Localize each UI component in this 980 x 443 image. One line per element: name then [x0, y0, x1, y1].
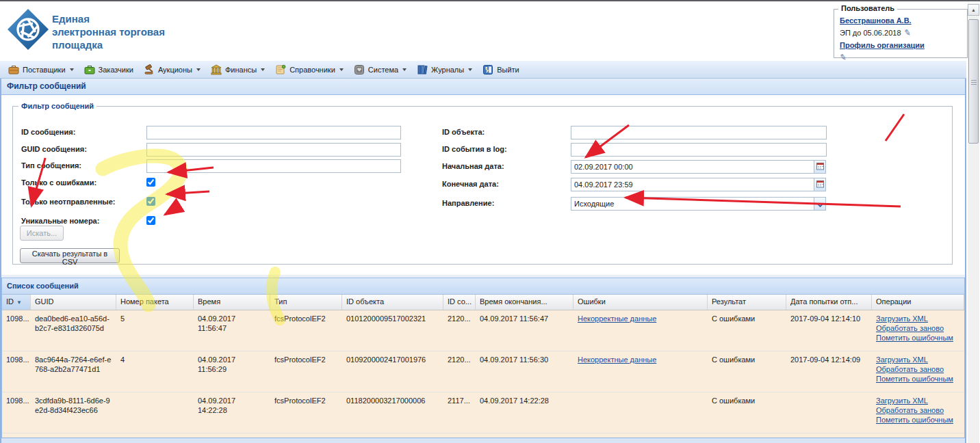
download-csv-button[interactable]: Скачать результаты в CSV	[20, 248, 120, 263]
filter-input-2[interactable]	[146, 159, 401, 173]
user-name-link[interactable]: Бесстрашнова А.В.	[840, 16, 912, 26]
menu-item-journals[interactable]: Журналы	[413, 62, 478, 77]
caret-down-icon	[196, 68, 201, 71]
menu-item-suppliers[interactable]: Поставщики	[4, 62, 80, 77]
briefcase-orange-icon	[8, 64, 19, 75]
bottom-strip	[1, 438, 965, 443]
field-label: ID сообщения:	[21, 128, 75, 136]
etp-logo-icon	[7, 8, 49, 51]
cell-package_number: 4	[116, 351, 194, 392]
menu-item-auctions[interactable]: Аукционы	[140, 62, 207, 77]
filter-input-right-4[interactable]	[571, 197, 814, 211]
menu-item-system[interactable]: Система	[350, 62, 413, 77]
column-header-6[interactable]: ID со...	[443, 295, 476, 310]
caret-down-icon	[261, 68, 265, 71]
org-profile-link[interactable]: Профиль организации	[840, 40, 925, 51]
column-header-4[interactable]: Тип	[270, 295, 342, 310]
cell-operations: Загрузить XMLОбработать зановоПометить о…	[872, 351, 964, 392]
field-label: ID объекта:	[442, 128, 485, 136]
operation-link[interactable]: Пометить ошибочным	[876, 374, 960, 384]
brand-title: Единая электронная торговая площадка	[52, 12, 165, 51]
column-header-11[interactable]: Операции	[872, 295, 964, 310]
column-header-7[interactable]: Время окончания...	[476, 295, 573, 310]
column-header-2[interactable]: Номер пакета	[116, 295, 194, 310]
cell-object_id: 0109200002417001976	[342, 351, 443, 392]
user-panel-legend: Пользователь	[838, 4, 897, 12]
cell-object_id: 0101200009517002321	[342, 310, 443, 351]
error-link[interactable]: Некорректные данные	[578, 314, 656, 323]
filter-input-0[interactable]	[146, 126, 401, 139]
journals-icon	[417, 64, 428, 75]
table-row[interactable]: 1098...dea0bed6-ea10-a56d-b2c7-e831d3260…	[2, 310, 964, 351]
vertical-scrollbar[interactable]: ▲	[968, 3, 979, 443]
operation-link[interactable]: Обработать заново	[876, 323, 960, 333]
cell-package_number	[116, 392, 194, 433]
filter-checkbox-1[interactable]	[146, 197, 155, 206]
filter-input-right-3[interactable]	[571, 178, 814, 191]
operation-link[interactable]: Обработать заново	[876, 364, 960, 374]
grid-title: Список сообщений	[2, 278, 964, 295]
menu-item-exit[interactable]: Выйти	[478, 62, 526, 77]
date-picker-button[interactable]	[814, 160, 826, 174]
cell-attempt_date: 2017-09-04 12:14:10	[786, 310, 872, 351]
cell-guid: 8ac9644a-7264-e6ef-e768-a2b2a77471d1	[31, 351, 116, 392]
column-header-9[interactable]: Результат	[708, 295, 786, 310]
operation-link[interactable]: Пометить ошибочным	[876, 333, 960, 343]
menu-bar: ПоставщикиЗаказчикиАукционыФинансыСправо…	[0, 60, 966, 79]
table-row[interactable]: 1098...8ac9644a-7264-e6ef-e768-a2b2a7747…	[2, 351, 964, 392]
exit-icon	[482, 64, 493, 75]
bank-icon	[211, 64, 222, 75]
menu-item-finance[interactable]: Финансы	[207, 62, 271, 77]
caret-down-icon	[339, 68, 344, 71]
operation-link[interactable]: Загрузить XML	[876, 355, 960, 364]
filter-input-right-1[interactable]	[571, 143, 827, 157]
error-link[interactable]: Некорректные данные	[578, 355, 656, 364]
caret-down-icon	[402, 68, 407, 71]
filter-panel: Фильтр сообщений ID сообщения:GUID сообщ…	[1, 95, 965, 275]
cell-id_so: 2120...	[443, 351, 476, 392]
scroll-up-button[interactable]: ▲	[968, 4, 979, 16]
column-header-3[interactable]: Время	[194, 295, 270, 310]
filter-input-right-0[interactable]	[571, 126, 827, 139]
filter-legend: Фильтр сообщений	[18, 102, 96, 110]
grid-body: 1098...dea0bed6-ea10-a56d-b2c7-e831d3260…	[2, 310, 964, 439]
filter-input-1[interactable]	[146, 143, 401, 157]
column-header-1[interactable]: GUID	[31, 295, 116, 310]
table-row[interactable]: 1098...3cdfda9b-8111-6d6e-9e2d-8d34f423e…	[2, 392, 964, 433]
column-header-10[interactable]: Дата попытки отп...	[786, 295, 872, 310]
user-panel: Пользователь Бесстрашнова А.В. ЭП до 05.…	[834, 9, 968, 58]
cell-errors: Некорректные данные	[573, 351, 708, 392]
cell-result: С ошибками	[708, 310, 786, 351]
cell-id_so: 2117...	[443, 392, 476, 433]
filter-checkbox-0[interactable]	[146, 178, 155, 187]
cell-id: 1098...	[2, 351, 31, 392]
cell-errors: Некорректные данные	[573, 310, 708, 351]
menu-item-customers[interactable]: Заказчики	[80, 62, 140, 77]
operation-link[interactable]: Пометить ошибочным	[876, 415, 960, 425]
filter-input-right-2[interactable]	[571, 160, 814, 174]
filter-checkbox-2[interactable]	[146, 216, 155, 225]
cell-guid: 3cdfda9b-8111-6d6e-9e2d-8d34f423ec66	[31, 392, 116, 433]
cell-time: 04.09.2017 11:56:47	[194, 310, 270, 351]
cell-guid: dea0bed6-ea10-a56d-b2c7-e831d326075d	[31, 310, 116, 351]
operation-link[interactable]: Обработать заново	[876, 405, 960, 415]
scrollbar-thumb[interactable]	[968, 19, 979, 144]
column-header-5[interactable]: ID объекта	[342, 295, 443, 310]
chevron-down-icon	[817, 198, 823, 210]
cell-id_so: 2120...	[443, 310, 476, 351]
search-button[interactable]: Искать...	[20, 226, 64, 241]
menu-item-directories[interactable]: Справочники	[271, 62, 350, 77]
caret-down-icon	[468, 68, 472, 71]
operation-link[interactable]: Загрузить XML	[876, 314, 960, 323]
messages-grid-panel: Список сообщений ID▼GUIDНомер пакетаВрем…	[1, 278, 965, 438]
column-header-0[interactable]: ID▼	[2, 295, 31, 310]
cell-time: 04.09.2017 14:22:28	[194, 392, 270, 433]
cell-end_time: 04.09.2017 11:56:47	[476, 310, 573, 351]
column-header-8[interactable]: Ошибки	[573, 295, 708, 310]
app-window: Единая электронная торговая площадка Пол…	[0, 0, 980, 443]
cell-id: 1098...	[2, 392, 31, 433]
edit-pencil-icon[interactable]: ✎	[903, 27, 912, 38]
dropdown-trigger[interactable]	[814, 197, 826, 211]
operation-link[interactable]: Загрузить XML	[876, 396, 960, 405]
date-picker-button[interactable]	[814, 178, 826, 191]
